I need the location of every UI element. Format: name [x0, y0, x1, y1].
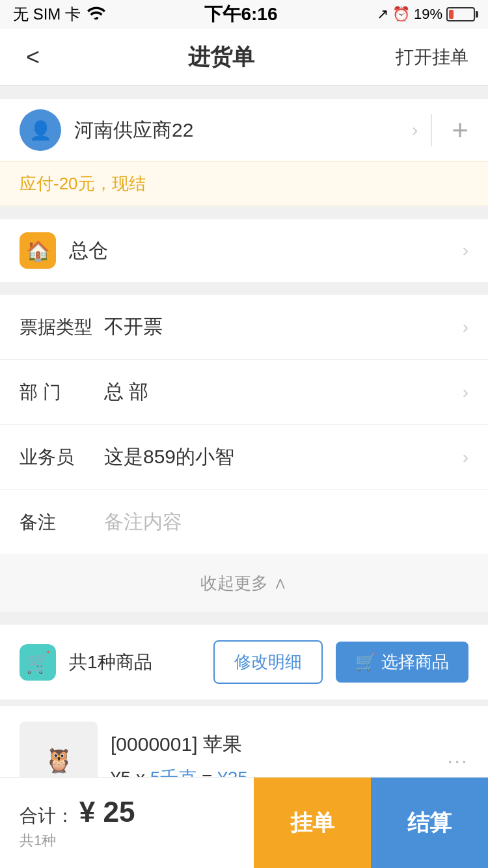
open-hang-button[interactable]: 打开挂单	[396, 45, 468, 70]
product-name-text: 苹果	[203, 733, 242, 755]
remark-value: 备注内容	[104, 509, 468, 536]
alarm-icon: ⏰	[392, 6, 410, 23]
supplier-name: 河南供应商22	[74, 117, 412, 144]
location-icon: ↗	[377, 6, 388, 23]
cart-icon: 🛒	[355, 652, 376, 672]
hang-button[interactable]: 挂单	[254, 778, 371, 869]
warehouse-card: 🏠 总仓 ›	[0, 219, 488, 282]
edit-detail-button[interactable]: 修改明细	[213, 640, 323, 684]
total-amount: ¥ 25	[79, 796, 135, 828]
remark-label: 备注	[20, 510, 104, 535]
products-header: 🛒 共1种商品 修改明细 🛒 选择商品	[0, 625, 488, 699]
salesman-chevron-icon: ›	[463, 447, 468, 468]
status-bar: 无 SIM 卡 下午6:16 ↗ ⏰ 19%	[0, 0, 488, 29]
dept-value: 总 部	[104, 379, 463, 405]
total-count: 共1种	[20, 831, 234, 850]
invoice-chevron-icon: ›	[463, 317, 468, 338]
back-button[interactable]: <	[20, 37, 46, 77]
supplier-chevron-icon: ›	[412, 120, 418, 141]
warehouse-chevron-icon: ›	[463, 240, 468, 261]
invoice-label: 票据类型	[20, 315, 104, 340]
section-gap-4	[0, 612, 488, 625]
supplier-card: 👤 河南供应商22 › + 应付-20元，现结	[0, 99, 488, 206]
alert-strip: 应付-20元，现结	[0, 161, 488, 206]
status-time: 下午6:16	[204, 2, 277, 27]
product-more-button[interactable]: ···	[447, 749, 468, 773]
form-row-dept[interactable]: 部 门 总 部 ›	[0, 360, 488, 425]
warehouse-name: 总仓	[69, 237, 463, 264]
settle-button[interactable]: 结算	[371, 778, 488, 869]
dept-label: 部 门	[20, 380, 104, 405]
page-title: 进货单	[188, 42, 254, 72]
supplier-avatar: 👤	[20, 109, 61, 151]
products-count: 共1种商品	[69, 650, 200, 675]
bottom-bar: 合计： ¥ 25 共1种 挂单 结算	[0, 777, 488, 868]
battery-percentage: 19%	[414, 6, 442, 23]
select-product-button[interactable]: 🛒 选择商品	[336, 642, 468, 683]
total-label: 合计：	[20, 806, 74, 826]
carrier-text: 无 SIM 卡	[13, 4, 81, 25]
owl-icon: 🦉	[44, 747, 74, 774]
nav-bar: < 进货单 打开挂单	[0, 29, 488, 86]
select-product-label: 选择商品	[381, 651, 449, 673]
supplier-divider	[431, 114, 432, 146]
salesman-label: 业务员	[20, 445, 104, 470]
collapse-row[interactable]: 收起更多 ∧	[0, 555, 488, 612]
collapse-label: 收起更多 ∧	[200, 573, 287, 593]
section-gap-3	[0, 282, 488, 295]
warehouse-row[interactable]: 🏠 总仓 ›	[0, 219, 488, 282]
form-card: 票据类型 不开票 › 部 门 总 部 › 业务员 这是859的小智 › 备注 备…	[0, 295, 488, 555]
form-row-salesman[interactable]: 业务员 这是859的小智 ›	[0, 425, 488, 490]
products-icon: 🛒	[20, 644, 56, 681]
section-gap-2	[0, 206, 488, 219]
form-row-remark[interactable]: 备注 备注内容	[0, 490, 488, 555]
wifi-icon	[87, 5, 105, 23]
supplier-row[interactable]: 👤 河南供应商22 › +	[0, 99, 488, 161]
alert-text: 应付-20元，现结	[20, 174, 146, 193]
dept-chevron-icon: ›	[463, 382, 468, 403]
total-section: 合计： ¥ 25 共1种	[0, 796, 254, 850]
invoice-value: 不开票	[104, 314, 463, 340]
status-right: ↗ ⏰ 19%	[377, 6, 475, 23]
battery-icon	[446, 7, 475, 21]
warehouse-icon: 🏠	[20, 232, 56, 269]
section-gap-1	[0, 86, 488, 99]
salesman-value: 这是859的小智	[104, 444, 463, 470]
status-left: 无 SIM 卡	[13, 4, 105, 25]
product-name: [0000001] 苹果	[111, 731, 434, 758]
product-code: [0000001]	[111, 733, 197, 755]
add-button[interactable]: +	[452, 114, 468, 146]
form-row-invoice[interactable]: 票据类型 不开票 ›	[0, 295, 488, 360]
